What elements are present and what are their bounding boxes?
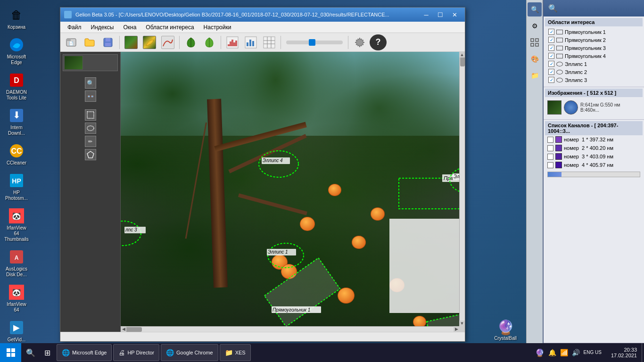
roi-item-rect2[interactable]: ✓ Прямоугольник 2 xyxy=(546,36,641,44)
icon-edge[interactable]: Microsoft Edge xyxy=(2,34,31,67)
tool-magnify[interactable]: 🔍 xyxy=(85,77,96,89)
taskbar-xes[interactable]: 📁 XES xyxy=(220,344,251,361)
roi-checkbox-ellipse1[interactable]: ✓ xyxy=(548,61,554,67)
thumb-item-active[interactable] xyxy=(63,54,118,71)
icon-hp[interactable]: HP HP Photosm... xyxy=(2,170,31,203)
close-button[interactable]: ✕ xyxy=(448,9,461,20)
grid-right-btn[interactable] xyxy=(528,35,542,49)
icon-getvid[interactable]: ▶ GetVid... xyxy=(2,317,31,345)
tool-glasses[interactable]: 👓 xyxy=(85,90,96,102)
channel-checkbox-2[interactable] xyxy=(547,145,553,151)
svg-text:▶: ▶ xyxy=(13,323,20,332)
channel-item-3[interactable]: номер 3 * 403.09 нм xyxy=(545,152,643,161)
folder-right-btn[interactable]: 📁 xyxy=(528,68,542,82)
notification-icon[interactable]: 🔔 xyxy=(548,349,556,356)
settings-right-btn[interactable]: ⚙ xyxy=(528,19,542,33)
taskbar-search[interactable]: 🔍 xyxy=(24,346,38,360)
roi-checkbox-rect3[interactable]: ✓ xyxy=(548,45,554,51)
taskbar-clock[interactable]: 20:33 17.02.2021 xyxy=(606,347,642,358)
tool-polygon[interactable] xyxy=(85,149,96,160)
toolbar-table[interactable] xyxy=(261,34,278,50)
icon-auslogics[interactable]: A AusLogics Disk De... xyxy=(2,247,31,280)
right-panel-header: 🔍 xyxy=(544,0,644,16)
channel-item-4[interactable]: номер 4 * 405.97 нм xyxy=(545,161,643,169)
roi-checkbox-ellipse3[interactable]: ✓ xyxy=(548,77,554,83)
edge-label: Microsoft Edge xyxy=(4,54,29,66)
search-icon-top[interactable]: 🔍 xyxy=(548,4,558,13)
scrollbar-horizontal[interactable] xyxy=(121,326,459,332)
taskbar-hp[interactable]: 🖨 HP Director xyxy=(113,344,159,361)
toolbar-leaf2[interactable] xyxy=(201,34,218,50)
image-display-area[interactable]: Прямоугольник 4 Эллипс 4 Эллипс 5 xyxy=(121,52,465,332)
roi-item-ellipse1[interactable]: ✓ Эллипс 1 xyxy=(546,60,641,68)
channel-item-2[interactable]: номер 2 * 400.20 нм xyxy=(545,144,643,152)
channel-checkbox-3[interactable] xyxy=(547,154,553,160)
toolbar-settings[interactable] xyxy=(351,34,368,50)
roi-checkbox-ellipse2[interactable]: ✓ xyxy=(548,69,554,75)
roi-ellipse1-group[interactable]: Эллипс 1 xyxy=(267,243,304,268)
taskbar-task-view[interactable]: ⊞ xyxy=(40,346,54,360)
roi-checkbox-rect2[interactable]: ✓ xyxy=(548,37,554,43)
volume-icon[interactable]: 🔊 xyxy=(572,349,580,356)
toolbar-open[interactable]: 📄 xyxy=(63,34,80,50)
restore-button[interactable]: ☐ xyxy=(434,9,447,20)
toolbar-slider[interactable] xyxy=(286,41,343,44)
toolbar-curve[interactable] xyxy=(159,34,176,50)
roi-ellipse4-group[interactable]: Эллипс 4 xyxy=(259,151,298,177)
channel-checkbox-1[interactable] xyxy=(547,137,553,143)
channel-item-1[interactable]: номер 1 * 397.32 нм xyxy=(545,135,643,144)
icon-irfanview[interactable]: 🐼 IrfanView 64 xyxy=(2,282,31,315)
show-desktop-button[interactable] xyxy=(642,343,644,362)
color-right-btn[interactable]: 🎨 xyxy=(528,52,542,66)
channel-checkbox-4[interactable] xyxy=(547,162,553,168)
toolbar-img1[interactable] xyxy=(123,34,140,50)
toolbar-barchart[interactable] xyxy=(242,34,259,50)
scroll-down-arrow[interactable]: ▼ xyxy=(459,321,465,326)
scroll-right-arrow[interactable]: ▶ xyxy=(454,326,459,332)
search-right-btn[interactable]: 🔍 xyxy=(528,2,542,16)
menu-indexes[interactable]: Индексы xyxy=(86,23,119,32)
svg-text:🐼: 🐼 xyxy=(12,212,21,221)
menu-settings[interactable]: Настройки xyxy=(199,23,236,32)
menu-file[interactable]: Файл xyxy=(63,23,86,32)
roi-label-rect2: Прямоугольник 2 xyxy=(565,37,606,43)
scrollbar-vertical[interactable] xyxy=(459,52,465,326)
icon-recycle-bin[interactable]: 🗑 Корзина xyxy=(2,5,31,32)
roi-item-rect1[interactable]: ✓ Прямоугольник 1 xyxy=(546,28,641,36)
channel-progress[interactable] xyxy=(547,172,640,177)
crystalball-desktop-icon[interactable]: 🔮 CrystalBall xyxy=(494,319,517,341)
keyboard-lang[interactable]: ENG US xyxy=(584,350,602,355)
icon-daemon-tools[interactable]: D DAEMON Tools Lite xyxy=(2,70,31,103)
toolbar-img2[interactable] xyxy=(141,34,158,50)
roi-type-rect-icon xyxy=(556,30,563,34)
start-button[interactable] xyxy=(0,343,21,362)
toolbar-save[interactable] xyxy=(99,34,116,50)
roi-checkbox-rect1[interactable]: ✓ xyxy=(548,29,554,35)
taskbar-edge[interactable]: 🌐 Microsoft Edge xyxy=(57,344,112,361)
icon-irfanview-thumbs[interactable]: 🐼 IrfanView 64 Thumbnails xyxy=(2,206,31,244)
toolbar-help[interactable]: ? xyxy=(370,34,387,50)
roi-item-ellipse3[interactable]: ✓ Эллипс 3 xyxy=(546,76,641,84)
menu-windows[interactable]: Окна xyxy=(118,23,141,32)
scroll-left-arrow[interactable]: ◀ xyxy=(121,326,126,332)
scroll-up-arrow[interactable]: ▲ xyxy=(459,52,465,58)
tool-select-rect[interactable] xyxy=(85,109,96,121)
tool-select-ellipse[interactable] xyxy=(85,123,96,134)
toolbar-leaf1[interactable] xyxy=(182,34,199,50)
toolbar-folder[interactable] xyxy=(81,34,98,50)
roi-item-rect3[interactable]: ✓ Прямоугольник 3 xyxy=(546,44,641,52)
menu-roi[interactable]: Области интереса xyxy=(141,23,198,32)
toolbar-histogram[interactable] xyxy=(224,34,241,50)
icon-ccleaner[interactable]: CC CCleaner xyxy=(2,140,31,168)
network-icon[interactable]: 📶 xyxy=(560,349,568,356)
roi-item-rect4[interactable]: ✓ Прямоугольник 4 xyxy=(546,52,641,60)
svg-rect-40 xyxy=(249,40,251,46)
tool-pen[interactable]: ✏ xyxy=(85,136,96,147)
minimize-button[interactable]: ─ xyxy=(420,9,433,20)
roi-item-ellipse2[interactable]: ✓ Эллипс 2 xyxy=(546,68,641,76)
app-icon xyxy=(64,11,72,18)
taskbar-tray: 🔮 🔔 📶 🔊 ENG US xyxy=(530,348,606,357)
icon-intern-download[interactable]: ⬇ Intern Downl... xyxy=(2,105,31,138)
roi-checkbox-rect4[interactable]: ✓ xyxy=(548,53,554,59)
taskbar-chrome[interactable]: 🌐 Google Chrome xyxy=(161,344,218,361)
